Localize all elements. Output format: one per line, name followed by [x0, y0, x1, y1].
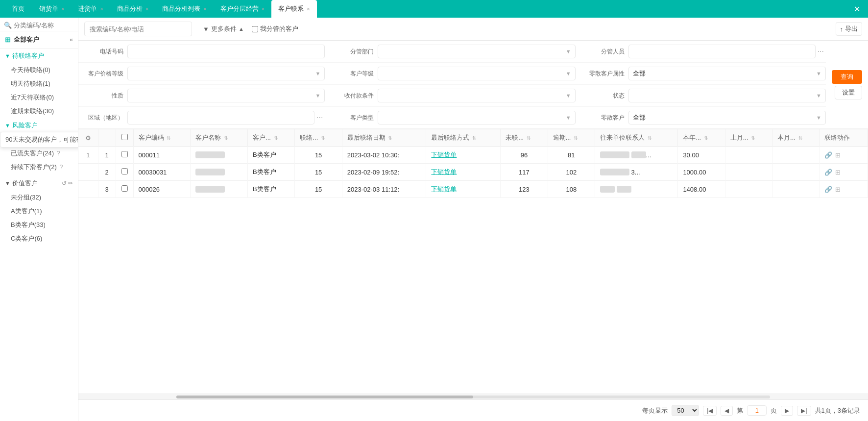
payment-select[interactable]: ▼ [378, 89, 575, 102]
my-customers-checkbox-label[interactable]: 我分管的客户 [252, 25, 298, 33]
close-purchase-order-icon[interactable]: × [100, 6, 103, 12]
row3-last-method[interactable]: 下销货单 [426, 181, 501, 198]
scrollbar-thumb[interactable] [176, 396, 473, 398]
this-year-column-header[interactable]: 本年... ⇅ [678, 129, 725, 147]
row2-grid-icon[interactable]: ⊞ [835, 169, 841, 176]
close-product-analysis-icon[interactable]: × [145, 6, 148, 12]
gear-column-header[interactable]: ⚙ [78, 129, 98, 147]
scrollbar-track[interactable] [176, 396, 770, 398]
per-page-select[interactable]: 50 20 100 [672, 405, 699, 416]
filter-retail-customer: 零散客户 全部 ▼ [579, 111, 826, 124]
row3-link-icon[interactable]: 🔗 [824, 186, 832, 193]
sidebar-item-c-class[interactable]: C类客户(6) [0, 232, 78, 246]
overdue-column-header[interactable]: 逾期... ⇅ [548, 129, 595, 147]
my-customers-checkbox[interactable] [252, 26, 258, 32]
more-conditions-button[interactable]: ▼ 更多条件 ▲ [199, 22, 248, 36]
customer-code-column-header[interactable]: 客户编码 ⇅ [133, 129, 191, 147]
last-page-button[interactable]: ▶| [797, 406, 811, 416]
row3-checkbox[interactable] [121, 185, 128, 192]
tab-customer-tier[interactable]: 客户分层经营 × [214, 0, 271, 18]
settings-button[interactable]: 设置 [835, 86, 862, 99]
sidebar-item-unassigned[interactable]: 未分组(32) [0, 191, 78, 204]
sidebar-item-churned[interactable]: 已流失客户(24) ? [0, 147, 78, 160]
retail-customer-select[interactable]: 全部 ▼ [628, 111, 826, 124]
sidebar-all-customers[interactable]: ⊞ 全部客户 « [0, 31, 78, 49]
sidebar-item-7days-contact[interactable]: 近7天待联络(0) [0, 91, 78, 104]
unit-contact-column-header[interactable]: 往来单位联系人 ⇅ [595, 129, 677, 147]
arrow-down-risk-icon: ▼ [5, 123, 10, 128]
row1-last-method[interactable]: 下销货单 [426, 147, 501, 164]
prev-page-button[interactable]: ◀ [721, 406, 733, 416]
phone-input[interactable] [127, 45, 325, 58]
this-month-column-header[interactable]: 本月... ⇅ [772, 129, 820, 147]
row1-this-month [772, 147, 820, 164]
row3-checkbox-cell[interactable] [116, 181, 133, 198]
dept-select[interactable]: ▼ [378, 45, 575, 58]
region-more-icon[interactable]: ··· [314, 113, 325, 122]
sidebar-group-risk[interactable]: ▼ 风险客户 [0, 118, 78, 133]
close-customer-contact-icon[interactable]: × [307, 6, 310, 12]
row1-checkbox[interactable] [121, 151, 128, 157]
customer-tier-select[interactable]: ▼ [378, 67, 575, 80]
tab-home[interactable]: 首页 [4, 0, 32, 18]
last-month-column-header[interactable]: 上月... ⇅ [725, 129, 772, 147]
no-contact-column-header[interactable]: 未联... ⇅ [501, 129, 548, 147]
row2-last-method[interactable]: 下销货单 [426, 164, 501, 181]
sidebar-item-overdue-contact[interactable]: 逾期未联络(30) [0, 104, 78, 118]
query-button[interactable]: 查询 [832, 70, 862, 84]
close-customer-tier-icon[interactable]: × [262, 6, 265, 12]
row1-link-icon[interactable]: 🔗 [824, 151, 832, 159]
customer-name-column-header[interactable]: 客户名称 ⇅ [191, 129, 248, 147]
row1-seq: 1 [78, 147, 98, 164]
sidebar-group-value[interactable]: ▼ 价值客户 ↺ ✏ [0, 176, 78, 191]
tab-product-analysis-list[interactable]: 商品分析列表 × [155, 0, 213, 18]
retail-attr-select[interactable]: 全部 ▼ [628, 67, 826, 80]
row1-checkbox-cell[interactable] [116, 147, 133, 164]
row2-link-icon[interactable]: 🔗 [824, 169, 832, 176]
contact-column-header[interactable]: 联络... ⇅ [295, 129, 342, 147]
row3-grid-icon[interactable]: ⊞ [835, 186, 841, 193]
status-select[interactable]: ▼ [628, 89, 826, 102]
search-input[interactable] [84, 22, 192, 36]
tab-purchase-order[interactable]: 进货单 × [71, 0, 110, 18]
customer-type-select[interactable]: ▼ [378, 111, 575, 124]
region-select[interactable] [127, 111, 314, 124]
export-button[interactable]: ↑ 导出 [836, 22, 863, 36]
sidebar-item-tomorrow-contact[interactable]: 明天待联络(1) [0, 77, 78, 91]
next-page-button[interactable]: ▶ [781, 406, 793, 416]
row1-grid-icon[interactable]: ⊞ [835, 151, 841, 159]
query-buttons: 查询 设置 [826, 41, 868, 128]
sidebar-search-input[interactable] [14, 22, 74, 29]
last-contact-date-column-header[interactable]: 最后联络日期 ⇅ [342, 129, 426, 147]
sidebar-item-today-contact[interactable]: 今天待联络(0) [0, 63, 78, 77]
close-product-analysis-list-icon[interactable]: × [203, 6, 206, 12]
payment-chevron-icon: ▼ [566, 93, 571, 99]
customer-type-column-header[interactable]: 客户... ⇅ [248, 129, 295, 147]
last-contact-method-column-header[interactable]: 最后联络方式 ⇅ [426, 129, 501, 147]
tab-product-analysis[interactable]: 商品分析 × [110, 0, 155, 18]
page-number-input[interactable] [747, 405, 767, 416]
data-table-area: ⚙ 客户编码 ⇅ 客户名称 ⇅ [78, 129, 868, 394]
tab-customer-contact[interactable]: 客户联系 × [271, 0, 316, 18]
sidebar-item-a-class[interactable]: A类客户(1) [0, 204, 78, 218]
select-all-checkbox[interactable] [121, 134, 128, 140]
row2-name [191, 164, 248, 181]
tab-sales-order[interactable]: 销货单 × [32, 0, 71, 18]
sidebar-item-b-class[interactable]: B类客户(33) [0, 218, 78, 232]
person-more-icon[interactable]: ··· [816, 47, 826, 56]
price-tier-select[interactable]: ▼ [127, 67, 325, 80]
checkbox-column-header[interactable] [116, 129, 133, 147]
sidebar-item-declining[interactable]: 持续下滑客户(2) ? [0, 160, 78, 174]
first-page-button[interactable]: |◀ [703, 406, 717, 416]
nature-select[interactable]: ▼ [127, 89, 325, 102]
sidebar-group-pending[interactable]: ▼ 待联络客户 [0, 49, 78, 63]
close-sales-order-icon[interactable]: × [61, 6, 64, 12]
horizontal-scrollbar[interactable] [78, 394, 868, 399]
row2-checkbox-cell[interactable] [116, 164, 133, 181]
price-tier-chevron-icon: ▼ [315, 71, 320, 76]
row3-contact: 15 [295, 181, 342, 198]
close-all-button[interactable]: ✕ [850, 4, 864, 14]
row2-checkbox[interactable] [121, 168, 128, 174]
person-select[interactable] [628, 45, 816, 58]
edit-icons[interactable]: ↺ ✏ [62, 180, 73, 187]
